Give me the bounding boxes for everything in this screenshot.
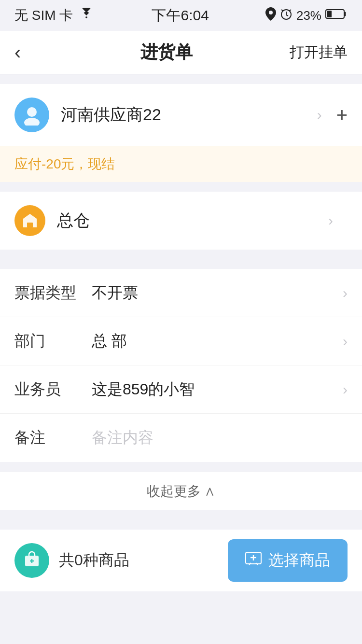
- svg-point-3: [27, 107, 37, 117]
- remark-row[interactable]: 备注 备注内容: [0, 414, 362, 462]
- status-right-icons: 23%: [265, 7, 348, 24]
- battery-text: 23%: [296, 8, 321, 23]
- salesperson-chevron-icon: ›: [343, 381, 348, 398]
- product-count: 共0种商品: [59, 550, 218, 571]
- location-icon: [265, 7, 276, 24]
- warehouse-row[interactable]: 总仓 ›: [0, 192, 362, 250]
- salesperson-row[interactable]: 业务员 这是859的小智 ›: [0, 365, 362, 414]
- open-pending-button[interactable]: 打开挂单: [290, 42, 348, 62]
- collapse-label: 收起更多 ∧: [147, 482, 216, 501]
- remark-input[interactable]: 备注内容: [82, 427, 348, 448]
- form-section: 票据类型 不开票 › 部门 总 部 › 业务员 这是859的小智 › 备注 备注…: [0, 269, 362, 462]
- svg-point-4: [24, 118, 40, 126]
- supplier-section: 河南供应商22 › + 应付-20元，现结: [0, 84, 362, 182]
- supplier-row[interactable]: 河南供应商22 › +: [0, 84, 362, 146]
- select-product-button[interactable]: 选择商品: [228, 539, 348, 582]
- supplier-avatar: [14, 98, 49, 132]
- department-label: 部门: [14, 331, 82, 352]
- alarm-icon: [280, 7, 292, 24]
- salesperson-value: 这是859的小智: [82, 379, 343, 400]
- nav-bar: ‹ 进货单 打开挂单: [0, 31, 362, 74]
- svg-rect-5: [27, 223, 33, 227]
- select-product-label: 选择商品: [268, 550, 330, 571]
- department-chevron-icon: ›: [343, 333, 348, 350]
- back-button[interactable]: ‹: [14, 42, 43, 63]
- svg-rect-2: [327, 11, 332, 17]
- status-bar: 无 SIM 卡 下午6:04 23%: [0, 0, 362, 31]
- add-supplier-button[interactable]: +: [336, 104, 348, 126]
- supplier-notice: 应付-20元，现结: [0, 146, 362, 182]
- salesperson-label: 业务员: [14, 379, 82, 400]
- status-time: 下午6:04: [152, 6, 209, 26]
- collapse-row[interactable]: 收起更多 ∧: [0, 472, 362, 510]
- warehouse-chevron-icon: ›: [328, 212, 333, 229]
- select-product-icon: [245, 552, 262, 570]
- invoice-row[interactable]: 票据类型 不开票 ›: [0, 269, 362, 317]
- department-value: 总 部: [82, 331, 343, 352]
- invoice-label: 票据类型: [14, 282, 82, 304]
- warehouse-name: 总仓: [57, 210, 328, 232]
- warehouse-icon: [14, 205, 45, 236]
- battery-icon: [325, 8, 348, 23]
- supplier-name: 河南供应商22: [61, 104, 317, 126]
- department-row[interactable]: 部门 总 部 ›: [0, 317, 362, 365]
- status-carrier: 无 SIM 卡: [14, 6, 95, 25]
- divider-1: [0, 74, 362, 84]
- warehouse-section[interactable]: 总仓 ›: [0, 192, 362, 250]
- supplier-chevron-icon: ›: [317, 107, 322, 123]
- divider-3: [0, 250, 362, 259]
- page-title: 进货单: [140, 41, 193, 64]
- invoice-chevron-icon: ›: [343, 285, 348, 301]
- divider-4: [0, 510, 362, 520]
- invoice-value: 不开票: [82, 282, 343, 304]
- bottom-bar: 共0种商品 选择商品: [0, 530, 362, 591]
- carrier-text: 无 SIM 卡: [14, 6, 73, 25]
- divider-2: [0, 182, 362, 192]
- remark-label: 备注: [14, 427, 82, 448]
- wifi-icon: [78, 8, 95, 24]
- product-icon: [14, 543, 49, 578]
